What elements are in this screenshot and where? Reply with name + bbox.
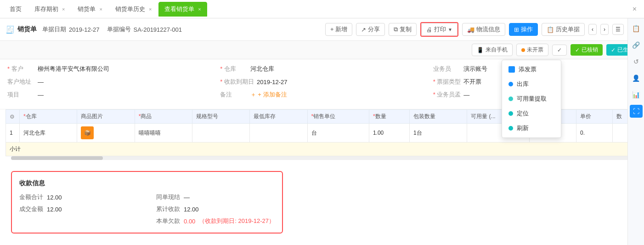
product-image: 📦 bbox=[81, 126, 94, 139]
sidebar-icon-2[interactable]: 🔗 bbox=[630, 39, 643, 51]
sub-actions-bar: 📱 来自手机 未开票 ✓ ✓ 已核销 ✓ 已生效 bbox=[0, 41, 644, 59]
new-button[interactable]: + 新增 bbox=[325, 23, 352, 36]
cumulative-label: 累计收款 bbox=[156, 205, 180, 213]
dropdown-locate[interactable]: 定位 bbox=[502, 106, 561, 121]
tab-inventory[interactable]: 库存期初 × bbox=[28, 2, 71, 17]
not-open-label: 未开票 bbox=[527, 46, 543, 54]
due-date-field: 收款到期日 2019-12-27 bbox=[220, 78, 424, 86]
logistics-icon: 🚚 bbox=[467, 26, 475, 33]
add-note-label: + 添加备注 bbox=[258, 91, 287, 99]
nav-list-button[interactable]: ☰ bbox=[612, 24, 624, 35]
row-product: 嘻嘻嘻嘻 bbox=[135, 124, 192, 142]
doc-header: 🧾 销货单 单据日期 2019-12-27 单据编号 SA-20191227-0… bbox=[0, 18, 644, 41]
nav-prev-button[interactable]: ‹ bbox=[588, 24, 597, 35]
col-min-stock-header: 最低库存 bbox=[250, 110, 307, 124]
doc-number-value: SA-20191227-001 bbox=[134, 26, 182, 33]
already-cancelled-badge: ✓ 已核销 bbox=[571, 44, 603, 56]
doc-date-item: 单据日期 2019-12-27 bbox=[42, 25, 100, 34]
transaction-value: 12.00 bbox=[47, 206, 62, 213]
tab-sales-history-close[interactable]: × bbox=[149, 6, 152, 12]
row-warehouse: 河北仓库 bbox=[20, 124, 77, 142]
share-button[interactable]: ↗ 分享 bbox=[356, 23, 385, 36]
operations-icon: ⊞ bbox=[514, 26, 519, 33]
not-open-button[interactable]: 未开票 bbox=[516, 44, 548, 56]
tab-home-label: 首页 bbox=[10, 5, 22, 13]
subtotal-cell: 小计 bbox=[6, 142, 638, 156]
sidebar-icon-1[interactable]: 📋 bbox=[630, 22, 643, 35]
outbound-label: 出库 bbox=[517, 80, 529, 88]
phone-icon: 📱 bbox=[477, 47, 484, 53]
doc-title-icon: 🧾 bbox=[6, 25, 15, 34]
scrollbar-thumb[interactable] bbox=[11, 156, 103, 160]
sidebar-icon-4[interactable]: 👤 bbox=[630, 72, 643, 85]
print-label: 打印 bbox=[434, 25, 446, 34]
due-date-value: 2019-12-27 bbox=[257, 79, 288, 85]
copy-button[interactable]: ⧉ 复制 bbox=[389, 23, 417, 36]
tab-home[interactable]: 首页 bbox=[4, 2, 28, 17]
verify-check-button[interactable]: ✓ bbox=[552, 45, 567, 56]
refresh-label: 刷新 bbox=[517, 124, 529, 132]
tab-inventory-label: 库存期初 bbox=[34, 5, 58, 13]
ticket-value: 不开票 bbox=[463, 78, 481, 86]
cumulative-value: 12.00 bbox=[184, 206, 199, 213]
sidebar-icon-expand[interactable]: ⛶ bbox=[630, 105, 643, 118]
dropdown-outbound[interactable]: 出库 bbox=[502, 77, 561, 91]
sidebar-icon-5[interactable]: 📊 bbox=[630, 88, 643, 101]
operations-dropdown: 添发票 出库 可用量提取 定位 刷新 bbox=[502, 60, 561, 138]
print-highlight-box: 🖨 打印 ▼ bbox=[420, 22, 458, 37]
customer-field: 客户 柳州粤港平安气体有限公司 bbox=[7, 65, 211, 73]
tab-sales-history[interactable]: 销货单历史 × bbox=[109, 2, 158, 17]
settings-gear-icon[interactable]: ⚙ bbox=[10, 114, 15, 120]
customer-label: 客户 bbox=[7, 65, 35, 73]
window-close-button[interactable]: × bbox=[629, 5, 640, 13]
copy-icon: ⧉ bbox=[394, 26, 398, 33]
dropdown-available-extract[interactable]: 可用量提取 bbox=[502, 91, 561, 106]
customer-value: 柳州粤港平安气体有限公司 bbox=[38, 65, 109, 73]
operations-label: 操作 bbox=[521, 25, 533, 34]
dropdown-refresh[interactable]: 刷新 bbox=[502, 121, 561, 136]
sidebar-icon-3[interactable]: ↺ bbox=[630, 55, 643, 68]
doc-actions: + 新增 ↗ 分享 ⧉ 复制 🖨 打印 ▼ 🚚 物流信息 ⊞ bbox=[325, 22, 638, 37]
col-pack-qty-header: 包装数量 bbox=[409, 110, 467, 124]
row-quantity: 1.00 bbox=[369, 124, 409, 142]
warehouse-field: 仓库 河北仓库 bbox=[220, 65, 424, 73]
col-settings-header[interactable]: ⚙ bbox=[6, 110, 20, 124]
nav-next-button[interactable]: › bbox=[600, 24, 609, 35]
main-content: 🧾 销货单 单据日期 2019-12-27 单据编号 SA-20191227-0… bbox=[0, 18, 644, 245]
col-spec-header: 规格型号 bbox=[192, 110, 249, 124]
same-order-item: 同单现结 — bbox=[156, 193, 275, 201]
tab-sales[interactable]: 销货单 × bbox=[72, 2, 108, 17]
transaction-item: 成交金额 12.00 bbox=[19, 205, 138, 213]
logistics-label: 物流信息 bbox=[476, 25, 500, 34]
col-quantity-header: *数量 bbox=[369, 110, 409, 124]
from-phone-button[interactable]: 📱 来自手机 bbox=[472, 44, 513, 56]
history-button[interactable]: 📋 历史单据 bbox=[542, 23, 585, 36]
project-label: 项目 bbox=[7, 91, 35, 99]
print-button[interactable]: 🖨 打印 ▼ bbox=[421, 23, 458, 36]
tab-sales-label: 销货单 bbox=[78, 5, 96, 13]
doc-date-label: 单据日期 bbox=[42, 25, 66, 34]
dropdown-add-invoice[interactable]: 添发票 bbox=[502, 62, 561, 77]
history-label: 历史单据 bbox=[556, 25, 580, 34]
tab-view-sales-close[interactable]: × bbox=[198, 6, 201, 12]
add-note-button[interactable]: ＋ + 添加备注 bbox=[250, 91, 287, 99]
logistics-button[interactable]: 🚚 物流信息 bbox=[462, 23, 505, 36]
payment-title: 收款信息 bbox=[19, 179, 275, 188]
tab-sales-history-label: 销货单历史 bbox=[115, 5, 145, 13]
row-pack-qty: 1台 bbox=[409, 124, 467, 142]
copy-label: 复制 bbox=[400, 25, 412, 34]
due-date-label: 收款到期日 bbox=[220, 78, 254, 86]
tab-inventory-close[interactable]: × bbox=[62, 6, 65, 12]
tab-sales-close[interactable]: × bbox=[99, 6, 102, 12]
from-phone-label: 来自手机 bbox=[486, 46, 508, 54]
staff-value: 演示账号 bbox=[463, 65, 487, 73]
add-invoice-label: 添发票 bbox=[519, 65, 537, 74]
tab-view-sales[interactable]: 查看销货单 × bbox=[158, 2, 207, 17]
cumulative-item: 累计收款 12.00 bbox=[156, 205, 275, 213]
same-order-value: — bbox=[184, 194, 190, 201]
doc-meta: 单据日期 2019-12-27 单据编号 SA-20191227-001 bbox=[42, 25, 182, 34]
doc-type-label: 销货单 bbox=[17, 25, 37, 34]
operations-button[interactable]: ⊞ 操作 bbox=[509, 23, 538, 36]
table-scrollbar[interactable] bbox=[11, 156, 633, 160]
col-product-header: *商品 bbox=[135, 110, 192, 124]
